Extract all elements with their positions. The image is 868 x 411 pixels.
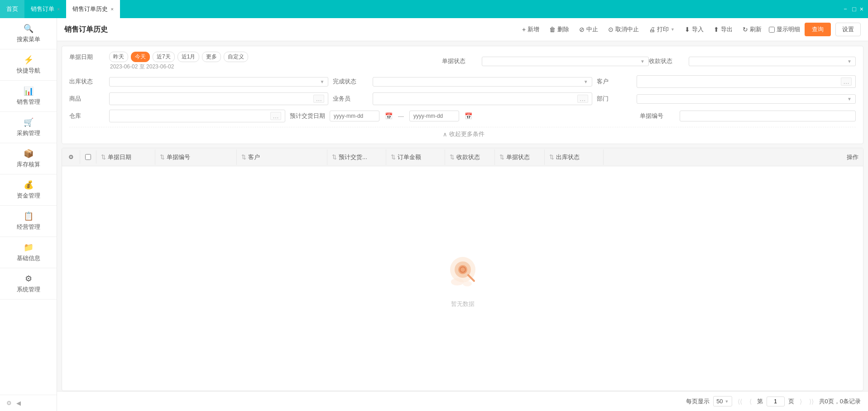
sidebar-item-basic-info[interactable]: 📁 基础信息 xyxy=(0,237,57,268)
date-separator: — xyxy=(398,113,404,120)
date-btn-more[interactable]: 更多 xyxy=(202,52,221,62)
th-ops: 操作 xyxy=(604,150,863,165)
tab-sales-order-close[interactable]: × xyxy=(57,6,60,12)
sidebar-collapse-icon[interactable]: ◀ xyxy=(16,400,21,406)
show-detail-checkbox[interactable] xyxy=(769,27,775,33)
th-receipt-sort-icon: ⇅ xyxy=(450,154,455,160)
product-label: 商品 xyxy=(69,95,106,103)
th-order-status[interactable]: ⇅ 单据状态 xyxy=(495,150,545,165)
th-gear[interactable]: ⚙ xyxy=(62,150,80,164)
maximize-btn[interactable]: □ xyxy=(852,5,856,13)
set-button[interactable]: 设置 xyxy=(835,23,861,36)
sidebar-item-inventory-calc[interactable]: 📦 库存核算 xyxy=(0,143,57,174)
page-first-btn[interactable]: ⟨⟨ xyxy=(736,397,744,406)
export-button[interactable]: ⬆ 导出 xyxy=(711,24,735,35)
show-detail-toggle[interactable]: 显示明细 xyxy=(769,25,800,34)
th-date[interactable]: ⇅ 单据日期 xyxy=(96,150,155,165)
salesperson-ellipsis-btn[interactable]: … xyxy=(577,95,588,103)
th-order-status-sort-icon: ⇅ xyxy=(499,154,504,160)
quick-nav-icon: ⚡ xyxy=(24,55,34,65)
sidebar-item-sales-mgmt[interactable]: 📊 销售管理 xyxy=(0,81,57,112)
product-ellipsis-btn[interactable]: … xyxy=(313,95,324,103)
toolbar: + 新增 🗑 删除 ⊘ 中止 ⊙ 取消中止 🖨 打印 xyxy=(519,23,861,36)
sidebar-bottom: ⚙ ◀ xyxy=(0,395,57,411)
th-number-sort-icon: ⇅ xyxy=(160,154,165,160)
complete-status-arrow-icon: ▼ xyxy=(584,79,588,84)
minimize-btn[interactable]: － xyxy=(842,5,849,13)
delivery-date-to-input[interactable] xyxy=(409,111,459,121)
export-icon: ⬆ xyxy=(714,26,719,33)
stock-out-status-select[interactable]: ▼ xyxy=(109,77,328,87)
tab-sales-order-history-close[interactable]: × xyxy=(110,6,113,12)
table-header: ⚙ ⇅ 单据日期 ⇅ 单据编号 ⇅ 客户 ⇅ xyxy=(62,148,863,166)
show-detail-label: 显示明细 xyxy=(777,25,800,34)
delivery-date-from-input[interactable] xyxy=(330,111,379,121)
refresh-icon: ↻ xyxy=(743,26,748,33)
sidebar-settings-icon[interactable]: ⚙ xyxy=(6,400,12,406)
sidebar-item-system-mgmt[interactable]: ⚙ 系统管理 xyxy=(0,268,57,300)
top-bar: 首页 销售订单 × 销售订单历史 × － □ × xyxy=(0,0,868,18)
tab-home[interactable]: 首页 xyxy=(0,0,24,18)
date-btn-today[interactable]: 今天 xyxy=(131,52,150,62)
sidebar-item-search-menu[interactable]: 🔍 搜索菜单 xyxy=(0,18,57,49)
th-amount[interactable]: ⇅ 订单金额 xyxy=(386,150,445,165)
print-button[interactable]: 🖨 打印 ▼ xyxy=(646,24,677,35)
th-customer[interactable]: ⇅ 客户 xyxy=(237,150,327,165)
delete-button[interactable]: 🗑 删除 xyxy=(547,24,572,35)
order-status-select[interactable]: ▼ xyxy=(482,57,649,66)
empty-state: 暂无数据 xyxy=(62,166,863,391)
per-page-select[interactable]: 50 ▼ xyxy=(713,396,732,406)
th-stock-out[interactable]: ⇅ 出库状态 xyxy=(545,150,604,165)
import-button[interactable]: ⬇ 导入 xyxy=(682,24,706,35)
th-receipt[interactable]: ⇅ 收款状态 xyxy=(445,150,495,165)
warehouse-ellipsis-btn[interactable]: … xyxy=(270,112,281,120)
customer-ellipsis-btn[interactable]: … xyxy=(841,77,852,86)
funds-mgmt-icon: 💰 xyxy=(24,180,34,190)
stop-button[interactable]: ⊘ 中止 xyxy=(576,24,601,35)
delivery-date-to-calendar-icon[interactable]: 📅 xyxy=(465,112,472,120)
date-btn-7days[interactable]: 近7天 xyxy=(153,52,175,62)
sidebar-item-funds-mgmt[interactable]: 💰 资金管理 xyxy=(0,174,57,206)
th-customer-sort-icon: ⇅ xyxy=(241,154,246,160)
add-button[interactable]: + 新增 xyxy=(519,24,542,35)
date-btn-yesterday[interactable]: 昨天 xyxy=(109,52,128,62)
sidebar: 🔍 搜索菜单 ⚡ 快捷导航 📊 销售管理 🛒 采购管理 📦 库存核算 💰 资金管… xyxy=(0,18,57,411)
sidebar-item-purchase-mgmt[interactable]: 🛒 采购管理 xyxy=(0,112,57,143)
complete-status-label: 完成状态 xyxy=(333,77,369,86)
page-last-btn[interactable]: ⟩⟩ xyxy=(807,397,815,406)
chevron-up-icon: ∧ xyxy=(443,131,447,138)
query-button[interactable]: 查询 xyxy=(805,23,831,36)
th-customer-label: 客户 xyxy=(248,153,260,161)
th-stock-out-sort-icon: ⇅ xyxy=(549,154,554,160)
collapse-filter-row[interactable]: ∧ 收起更多条件 xyxy=(69,127,856,138)
filter-row-4: 仓库 … 预计交货日期 📅 — 📅 单据编号 xyxy=(69,110,856,122)
page-label-prefix: 第 xyxy=(757,397,763,406)
page-input[interactable]: 1 xyxy=(767,396,785,406)
delivery-date-from-calendar-icon[interactable]: 📅 xyxy=(385,112,393,120)
filter-row-2: 出库状态 ▼ 完成状态 ▼ 客户 xyxy=(69,75,856,88)
select-all-checkbox[interactable] xyxy=(85,154,91,160)
complete-status-select[interactable]: ▼ xyxy=(373,77,592,87)
dept-select[interactable]: ▼ xyxy=(637,94,856,104)
tab-home-label: 首页 xyxy=(6,5,18,13)
tab-sales-order-history[interactable]: 销售订单历史 × xyxy=(66,0,120,18)
sidebar-item-search-menu-label: 搜索菜单 xyxy=(17,35,40,44)
th-check[interactable] xyxy=(80,150,96,164)
cancel-stop-button[interactable]: ⊙ 取消中止 xyxy=(605,24,642,35)
sidebar-item-operations-mgmt[interactable]: 📋 经营管理 xyxy=(0,206,57,237)
window-close-btn[interactable]: × xyxy=(860,5,863,13)
date-btn-custom[interactable]: 自定义 xyxy=(224,52,248,62)
tab-sales-order[interactable]: 销售订单 × xyxy=(24,0,66,18)
print-label: 打印 xyxy=(657,25,669,34)
doc-number-input[interactable] xyxy=(684,113,852,119)
refresh-button[interactable]: ↻ 刷新 xyxy=(740,24,764,35)
page-next-btn[interactable]: ⟩ xyxy=(798,397,804,406)
date-btn-1month[interactable]: 近1月 xyxy=(177,52,200,62)
th-amount-sort-icon: ⇅ xyxy=(391,154,396,160)
sidebar-item-quick-nav[interactable]: ⚡ 快捷导航 xyxy=(0,49,57,81)
page-prev-btn[interactable]: ⟨ xyxy=(748,397,753,406)
th-number[interactable]: ⇅ 单据编号 xyxy=(155,150,237,165)
th-order-status-label: 单据状态 xyxy=(506,153,530,161)
th-delivery[interactable]: ⇅ 预计交货... xyxy=(327,150,386,165)
receipt-status-select[interactable]: ▼ xyxy=(689,57,856,66)
